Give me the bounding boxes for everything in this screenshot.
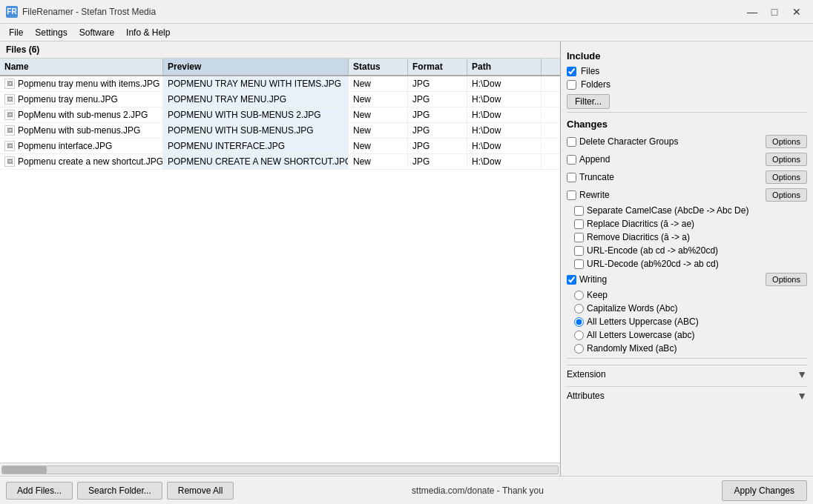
delete-char-groups-checkbox[interactable] [567,137,576,147]
close-button[interactable]: ✕ [786,4,807,19]
attributes-chevron-icon: ▼ [797,390,807,402]
file-table: Name Preview Status Format Path 🖼 Popmen… [0,59,560,462]
maximize-button[interactable]: □ [764,4,785,19]
search-folder-button[interactable]: Search Folder... [77,482,162,500]
col-status: Status [349,59,408,75]
randomly-mixed-radio[interactable] [574,344,584,354]
append-options-button[interactable]: Options [766,153,807,166]
lowercase-radio[interactable] [574,331,584,340]
keep-label: Keep [587,290,608,300]
folders-label: Folders [581,79,610,90]
uppercase-radio[interactable] [574,317,584,327]
delete-char-groups-options-button[interactable]: Options [766,135,807,148]
delete-char-groups-row: Delete Character Groups Options [567,135,807,148]
writing-checkbox[interactable] [567,275,576,285]
extension-chevron-icon: ▼ [797,368,807,380]
scroll-thumb[interactable] [2,466,47,474]
url-decode-label: URL-Decode (ab%20cd -> ab cd) [587,259,719,269]
folders-checkbox[interactable] [567,80,576,90]
apply-changes-button[interactable]: Apply Changes [722,480,807,501]
changes-title: Changes [567,119,807,130]
cell-format: JPG [408,92,467,107]
cell-preview: POPMENU INTERFACE.JPG [163,139,349,153]
truncate-label: Truncate [579,172,614,182]
replace-diacritics-label: Replace Diacritics (ā -> ae) [587,219,694,229]
cell-name: 🖼 Popmenu tray menu.JPG [0,92,163,107]
append-row: Append Options [567,153,807,166]
include-files-row: Files [567,66,807,76]
capitalize-row: Capitalize Words (Abc) [574,303,807,314]
cell-path: H:\Dow [467,123,542,138]
truncate-checkbox[interactable] [567,173,576,182]
divider-2 [567,358,807,359]
menu-settings[interactable]: Settings [29,26,73,39]
cell-status: New [349,154,408,169]
files-checkbox[interactable] [567,67,576,76]
truncate-options-button[interactable]: Options [766,170,807,184]
files-label: Files [581,66,599,76]
minimize-button[interactable]: — [742,4,763,19]
table-row[interactable]: 🖼 Popmenu create a new shortcut.JPG POPM… [0,154,560,170]
col-name: Name [0,59,163,75]
truncate-row: Truncate Options [567,170,807,184]
cell-status: New [349,92,408,107]
cell-format: JPG [408,123,467,138]
horizontal-scrollbar[interactable] [0,462,560,476]
extension-label: Extension [567,369,606,379]
content-area: Files (6) Name Preview Status Format Pat… [0,42,813,476]
extension-row[interactable]: Extension ▼ [567,365,807,383]
delete-char-groups-label: Delete Character Groups [579,136,678,147]
randomly-mixed-row: Randomly Mixed (aBc) [574,343,807,354]
replace-diacritics-checkbox[interactable] [574,219,584,229]
table-row[interactable]: 🖼 Popmenu tray menu with items.JPG POPME… [0,76,560,92]
scroll-track[interactable] [1,465,559,474]
cell-path: H:\Dow [467,107,542,122]
lowercase-label: All Letters Lowercase (abc) [587,330,694,340]
cell-path: H:\Dow [467,154,542,169]
status-text: sttmedia.com/donate - Thank you [412,485,544,496]
remove-diacritics-checkbox[interactable] [574,233,584,242]
cell-preview: POPMENU WITH SUB-MENUS.JPG [163,123,349,138]
file-icon: 🖼 [4,110,15,120]
table-row[interactable]: 🖼 PopMenu with sub-menus 2.JPG POPMENU W… [0,107,560,123]
capitalize-radio[interactable] [574,304,584,314]
table-body: 🖼 Popmenu tray menu with items.JPG POPME… [0,76,560,170]
add-files-button[interactable]: Add Files... [6,482,73,500]
separate-camel-row: Separate CamelCase (AbcDe -> Abc De) [574,205,807,216]
append-checkbox[interactable] [567,155,576,165]
cell-preview: POPMENU TRAY MENU WITH ITEMS.JPG [163,76,349,91]
col-path: Path [467,59,542,75]
divider-1 [567,112,807,113]
table-row[interactable]: 🖼 Popmenu tray menu.JPG POPMENU TRAY MEN… [0,92,560,107]
window-title: FileRenamer - Stefan Trost Media [22,7,156,17]
remove-all-button[interactable]: Remove All [167,482,234,500]
url-decode-checkbox[interactable] [574,259,584,269]
url-encode-row: URL-Encode (ab cd -> ab%20cd) [574,245,807,256]
url-decode-row: URL-Decode (ab%20cd -> ab cd) [574,259,807,269]
lowercase-row: All Letters Lowercase (abc) [574,330,807,340]
cell-preview: POPMENU WITH SUB-MENUS 2.JPG [163,107,349,122]
menu-file[interactable]: File [3,26,29,39]
uppercase-row: All Letters Uppercase (ABC) [574,316,807,327]
app-icon: FR [6,6,18,18]
rewrite-label: Rewrite [579,190,610,200]
keep-radio[interactable] [574,291,584,300]
menu-info-help[interactable]: Info & Help [120,26,176,39]
keep-row: Keep [574,290,807,300]
separate-camel-label: Separate CamelCase (AbcDe -> Abc De) [587,205,748,216]
include-title: Include [567,50,807,62]
writing-options-button[interactable]: Options [766,273,807,286]
col-preview: Preview [163,59,349,75]
table-row[interactable]: 🖼 PopMenu with sub-menus.JPG POPMENU WIT… [0,123,560,139]
file-icon: 🖼 [4,141,15,151]
menu-software[interactable]: Software [73,26,120,39]
separate-camel-checkbox[interactable] [574,206,584,216]
attributes-label: Attributes [567,391,605,401]
table-row[interactable]: 🖼 Popmenu interface.JPG POPMENU INTERFAC… [0,139,560,154]
attributes-row[interactable]: Attributes ▼ [567,386,807,405]
rewrite-options-button[interactable]: Options [766,188,807,202]
rewrite-checkbox[interactable] [567,190,576,200]
filter-button[interactable]: Filter... [567,94,610,109]
rewrite-row: Rewrite Options [567,188,807,202]
url-encode-checkbox[interactable] [574,246,584,256]
